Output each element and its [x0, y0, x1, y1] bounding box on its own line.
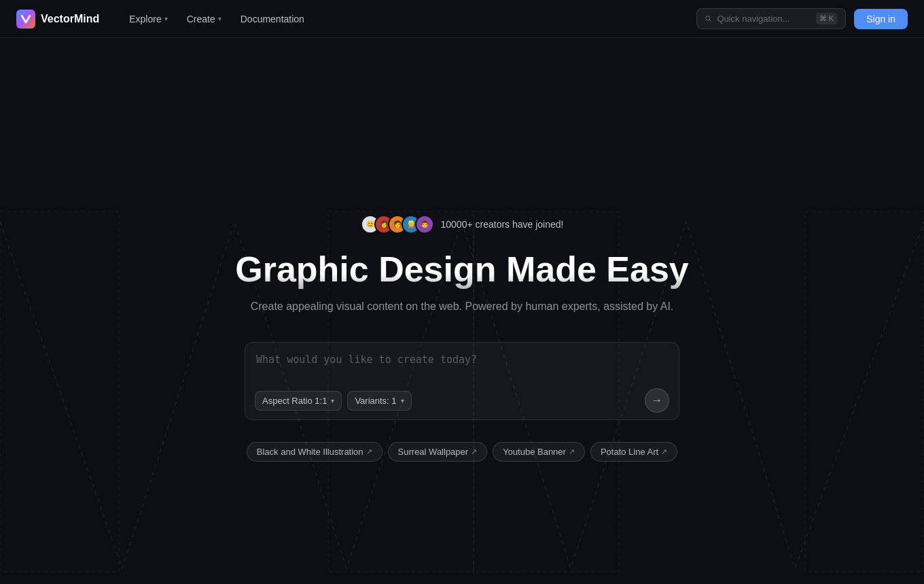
logo-text: VectorMind — [41, 13, 99, 25]
navbar: VectorMind Explore ▾ Create ▾ Documentat… — [0, 0, 924, 38]
creator-count-text: 10000+ creators have joined! — [441, 219, 564, 230]
creator-badge: 😊 👩 🧑 👱 👨 10000+ creators have joined! — [361, 215, 564, 234]
chevron-down-icon: ▾ — [331, 397, 334, 405]
variants-label: Variants: 1 — [355, 396, 396, 406]
chip-potato-line-art[interactable]: Potato Line Art ↗ — [590, 442, 677, 462]
chip-label: Youtube Banner — [503, 447, 566, 457]
search-input[interactable] — [717, 14, 810, 24]
search-icon — [705, 14, 711, 23]
svg-rect-2 — [0, 211, 119, 572]
arrow-right-icon: → — [652, 394, 662, 407]
chip-label: Potato Line Art — [601, 447, 658, 457]
chip-label: Surreal Wallpaper — [398, 447, 469, 457]
chip-label: Black and White Illustration — [257, 447, 363, 457]
create-bottom-controls: Aspect Ratio 1:1 ▾ Variants: 1 ▾ → — [255, 388, 669, 413]
logo-icon — [16, 10, 35, 29]
create-area: Aspect Ratio 1:1 ▾ Variants: 1 ▾ → — [245, 342, 679, 420]
hero-subtitle: Create appealing visual content on the w… — [251, 298, 674, 315]
avatar-stack: 😊 👩 🧑 👱 👨 — [361, 215, 434, 234]
suggestion-chips: Black and White Illustration ↗ Surreal W… — [247, 442, 677, 462]
logo[interactable]: VectorMind — [16, 10, 99, 29]
hero-content: 😊 👩 🧑 👱 👨 10000+ creators have joined! G… — [217, 215, 707, 462]
svg-line-1 — [710, 20, 711, 21]
nav-explore[interactable]: Explore ▾ — [121, 10, 175, 29]
hero-title: Graphic Design Made Easy — [235, 250, 689, 289]
hero-section: 😊 👩 🧑 👱 👨 10000+ creators have joined! G… — [0, 38, 924, 584]
create-input[interactable] — [256, 352, 668, 383]
chevron-down-icon: ▾ — [401, 397, 404, 405]
create-controls: Aspect Ratio 1:1 ▾ Variants: 1 ▾ — [255, 391, 412, 411]
nav-right: ⌘ K Sign in — [696, 8, 908, 29]
aspect-ratio-dropdown[interactable]: Aspect Ratio 1:1 ▾ — [255, 391, 342, 411]
chip-youtube-banner[interactable]: Youtube Banner ↗ — [493, 442, 585, 462]
variants-dropdown[interactable]: Variants: 1 ▾ — [347, 391, 411, 411]
svg-rect-3 — [805, 211, 924, 572]
nav-create[interactable]: Create ▾ — [179, 10, 230, 29]
avatar: 👨 — [415, 215, 434, 234]
arrow-icon: ↗ — [366, 447, 372, 456]
arrow-icon: ↗ — [661, 447, 667, 456]
chevron-down-icon: ▾ — [218, 15, 221, 22]
signin-button[interactable]: Sign in — [854, 9, 908, 29]
submit-button[interactable]: → — [645, 388, 669, 413]
chip-bw-illustration[interactable]: Black and White Illustration ↗ — [247, 442, 383, 462]
nav-links: Explore ▾ Create ▾ Documentation — [121, 10, 696, 29]
search-box[interactable]: ⌘ K — [696, 8, 846, 29]
chevron-down-icon: ▾ — [164, 15, 168, 22]
nav-documentation[interactable]: Documentation — [232, 10, 313, 29]
arrow-icon: ↗ — [471, 447, 477, 456]
arrow-icon: ↗ — [569, 447, 575, 456]
chip-surreal-wallpaper[interactable]: Surreal Wallpaper ↗ — [388, 442, 488, 462]
aspect-ratio-label: Aspect Ratio 1:1 — [262, 396, 327, 406]
search-shortcut: ⌘ K — [816, 13, 837, 24]
